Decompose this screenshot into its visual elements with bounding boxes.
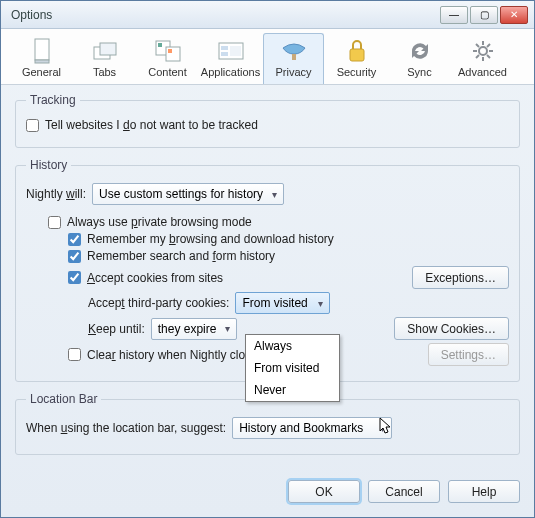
option-from-visited[interactable]: From visited <box>246 357 339 379</box>
clear-on-close-label: Clear history when Nightly closes <box>87 348 264 362</box>
tracking-group: Tracking Tell websites I do not want to … <box>15 93 520 148</box>
exceptions-button[interactable]: Exceptions… <box>412 266 509 289</box>
option-never[interactable]: Never <box>246 379 339 401</box>
tab-general[interactable]: General <box>11 33 72 84</box>
cancel-button[interactable]: Cancel <box>368 480 440 503</box>
maximize-button[interactable]: ▢ <box>470 6 498 24</box>
clear-on-close-checkbox[interactable] <box>68 348 81 361</box>
accept-cookies-checkbox[interactable] <box>68 271 81 284</box>
remember-search-label: Remember search and form history <box>87 249 275 263</box>
remember-browsing-label: Remember my browsing and download histor… <box>87 232 334 246</box>
svg-rect-9 <box>221 46 228 50</box>
svg-line-21 <box>476 55 479 58</box>
applications-icon <box>218 38 244 64</box>
remember-search-checkbox[interactable] <box>68 250 81 263</box>
content-icon <box>155 38 181 64</box>
close-button[interactable]: ✕ <box>500 6 528 24</box>
tracking-legend: Tracking <box>26 93 80 107</box>
sync-icon <box>407 38 433 64</box>
do-not-track-label: Tell websites I do not want to be tracke… <box>45 118 258 132</box>
svg-rect-7 <box>168 49 172 53</box>
accept-cookies-label: Accept cookies from sites <box>87 271 223 285</box>
security-icon <box>344 38 370 64</box>
history-group: History Nightly will: Use custom setting… <box>15 158 520 382</box>
tabs-icon <box>92 38 118 64</box>
third-party-select[interactable]: From visited <box>235 292 330 314</box>
keep-until-label: Keep until: <box>88 322 145 336</box>
nightly-will-label: Nightly will: <box>26 187 86 201</box>
tab-advanced[interactable]: Advanced <box>452 33 513 84</box>
tab-sync[interactable]: Sync <box>389 33 450 84</box>
svg-rect-0 <box>35 39 49 60</box>
show-cookies-button[interactable]: Show Cookies… <box>394 317 509 340</box>
svg-rect-12 <box>292 54 296 60</box>
titlebar: Options — ▢ ✕ <box>1 1 534 29</box>
suggest-label: When using the location bar, suggest: <box>26 421 226 435</box>
category-toolbar: General Tabs Content Applications Privac… <box>1 29 534 85</box>
history-mode-select[interactable]: Use custom settings for history <box>92 183 284 205</box>
suggest-select[interactable]: History and Bookmarks <box>232 417 392 439</box>
svg-rect-13 <box>350 49 364 61</box>
tab-content[interactable]: Content <box>137 33 198 84</box>
history-legend: History <box>26 158 71 172</box>
tab-security[interactable]: Security <box>326 33 387 84</box>
svg-line-20 <box>487 55 490 58</box>
svg-rect-11 <box>230 46 241 56</box>
panel-body: Tracking Tell websites I do not want to … <box>1 85 534 470</box>
svg-rect-10 <box>221 52 228 56</box>
settings-button[interactable]: Settings… <box>428 343 509 366</box>
svg-line-22 <box>487 44 490 47</box>
window-title: Options <box>7 8 438 22</box>
svg-rect-1 <box>35 60 49 63</box>
remember-browsing-checkbox[interactable] <box>68 233 81 246</box>
minimize-button[interactable]: — <box>440 6 468 24</box>
svg-rect-3 <box>100 43 116 55</box>
svg-rect-5 <box>158 43 162 47</box>
tab-privacy[interactable]: Privacy <box>263 33 324 84</box>
general-icon <box>29 38 55 64</box>
dialog-footer: OK Cancel Help <box>1 470 534 517</box>
tab-applications[interactable]: Applications <box>200 33 261 84</box>
keep-until-select[interactable]: they expire <box>151 318 238 340</box>
location-bar-legend: Location Bar <box>26 392 101 406</box>
privacy-icon <box>281 38 307 64</box>
ok-button[interactable]: OK <box>288 480 360 503</box>
svg-point-14 <box>479 47 487 55</box>
always-private-checkbox[interactable] <box>48 216 61 229</box>
help-button[interactable]: Help <box>448 480 520 503</box>
always-private-label: Always use private browsing mode <box>67 215 252 229</box>
tab-tabs[interactable]: Tabs <box>74 33 135 84</box>
svg-line-19 <box>476 44 479 47</box>
third-party-dropdown[interactable]: Always From visited Never <box>245 334 340 402</box>
third-party-label: Accept third-party cookies: <box>88 296 229 310</box>
options-window: Options — ▢ ✕ General Tabs Content Appli… <box>0 0 535 518</box>
do-not-track-checkbox[interactable] <box>26 119 39 132</box>
option-always[interactable]: Always <box>246 335 339 357</box>
gear-icon <box>470 38 496 64</box>
